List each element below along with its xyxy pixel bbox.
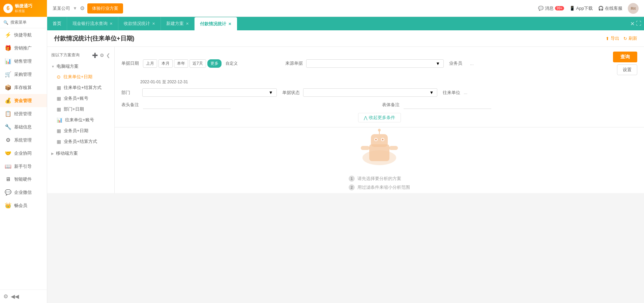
sidebar-item-marketing[interactable]: 🎁 营销推广 xyxy=(0,41,47,55)
service-icon: 🎧 xyxy=(598,6,604,11)
hint-item-2: 2 用过滤条件来缩小分析范围 xyxy=(349,184,410,190)
tab-receipt-label: 收款情况统计 xyxy=(124,21,150,27)
app-download-item[interactable]: 📱 App下载 xyxy=(569,5,593,11)
query-button[interactable]: 查询 xyxy=(613,52,637,62)
body-note-input[interactable] xyxy=(404,101,491,109)
trial-button[interactable]: 体验行业方案 xyxy=(87,3,123,13)
refresh-icon: ↻ xyxy=(623,36,627,41)
body-note-label: 表体备注 xyxy=(382,102,401,108)
tab-close-all-icon[interactable]: ✕ xyxy=(630,21,635,27)
tab-payment[interactable]: 付款情况统计 ✕ xyxy=(195,17,237,31)
sidebar-item-inventory[interactable]: 📦 库存核算 xyxy=(0,81,47,94)
schema-item-label: 业务员+结算方式 xyxy=(64,139,97,145)
sidebar-item-guide[interactable]: 📖 新手引导 xyxy=(0,160,47,173)
hint-item-1: 1 请先选择要分析的方案 xyxy=(349,176,410,182)
sidebar-item-sales[interactable]: 📊 销售管理 xyxy=(0,55,47,68)
sidebar-item-label: 企业协同 xyxy=(14,150,32,156)
dropdown-arrow-icon[interactable]: ▼ xyxy=(73,6,77,11)
tab-bank-close-icon[interactable]: ✕ xyxy=(110,22,113,26)
svg-point-8 xyxy=(378,129,381,131)
date-custom-label[interactable]: 自定义 xyxy=(223,60,240,67)
schema-item-dept-date[interactable]: ▦ 部门+日期 xyxy=(47,104,114,115)
search-menu[interactable]: 🔍 搜索菜单 xyxy=(0,17,47,28)
sidebar-item-finance[interactable]: 💰 资金管理 xyxy=(0,94,47,107)
tab-receipt-close-icon[interactable]: ✕ xyxy=(152,22,155,26)
collapse-label: 收起更多条件 xyxy=(369,115,395,121)
schema-item-partner-account[interactable]: 📊 往来单位+账号 xyxy=(47,115,114,125)
refresh-label: 刷新 xyxy=(628,35,637,41)
left-panel: 按以下方案查询 ➕ ⚙ ❮ ▼ 电脑端方案 ⊙ 往来单位+日期 xyxy=(47,47,115,193)
system-icon: ⚙ xyxy=(5,137,11,143)
body-note-filter: 表体备注 xyxy=(382,101,637,109)
sidebar-item-wechat[interactable]: 💬 企业微信 xyxy=(0,186,47,199)
sidebar-item-purchase[interactable]: 🛒 采购管理 xyxy=(0,68,47,81)
date-btn-last7[interactable]: 近7天 xyxy=(189,59,206,68)
marketing-icon: 🎁 xyxy=(5,45,11,51)
avatar[interactable]: Rit xyxy=(628,3,639,14)
bill-status-select[interactable]: ▼ xyxy=(303,88,438,97)
svg-point-6 xyxy=(382,139,384,141)
tab-payment-close-icon[interactable]: ✕ xyxy=(228,22,231,26)
sidebar-item-quick-nav[interactable]: ⚡ 快捷导航 xyxy=(0,28,47,41)
date-btn-this-year[interactable]: 本年 xyxy=(174,59,188,68)
sidebar: 6 畅捷通巧 标准版 🔍 搜索菜单 ⚡ 快捷导航 🎁 营销推广 📊 销售管理 🛒… xyxy=(0,0,47,303)
add-schema-icon[interactable]: ➕ xyxy=(92,53,98,58)
collapse-row: ⋀ 收起更多条件 xyxy=(121,113,637,122)
source-filter: 来源单据 ▼ xyxy=(285,59,444,68)
header-note-input[interactable] xyxy=(143,101,231,109)
tab-home[interactable]: 首页 xyxy=(47,17,67,30)
tab-receipt[interactable]: 收款情况统计 ✕ xyxy=(118,17,161,30)
sidebar-item-operations[interactable]: 📋 经营管理 xyxy=(0,107,47,120)
schema-settings-icon[interactable]: ⚙ xyxy=(100,53,104,58)
tab-new-plan[interactable]: 新建方案 ✕ xyxy=(161,17,195,30)
schema-item-icon-7: ▦ xyxy=(57,139,61,144)
collapse-button[interactable]: ⋀ 收起更多条件 xyxy=(358,113,401,122)
sidebar-item-basic[interactable]: 🔧 基础信息 xyxy=(0,120,47,133)
sidebar-item-hardware[interactable]: 🖥 智能硬件 xyxy=(0,173,47,186)
sidebar-item-enterprise[interactable]: 🤝 企业协同 xyxy=(0,147,47,160)
messages-badge: 99+ xyxy=(555,6,564,10)
schema-item-partner-date[interactable]: ⊙ 往来单位+日期 xyxy=(47,71,114,82)
filter-panel: 单据日期 上月 本月 本年 近7天 更多 自定义 来源单据 xyxy=(115,47,644,127)
tab-expand-icon[interactable]: ⛶ xyxy=(636,21,641,27)
settings-icon[interactable]: ⚙ xyxy=(80,5,85,11)
robot-illustration xyxy=(352,127,406,168)
settings-gear-icon[interactable]: ⚙ xyxy=(3,293,8,300)
tab-new-plan-close-icon[interactable]: ✕ xyxy=(186,22,189,26)
svg-rect-9 xyxy=(361,146,370,150)
schema-item-icon-4: ▦ xyxy=(57,107,61,112)
collapse-sidebar-icon[interactable]: ◀◀ xyxy=(11,293,19,300)
schema-section-mobile-header[interactable]: ▶ 移动端方案 xyxy=(47,148,114,158)
section-label: 移动端方案 xyxy=(56,150,78,156)
dept-filter: 部门 ▼ xyxy=(121,88,277,97)
sidebar-item-member[interactable]: 👑 畅会员 xyxy=(0,199,47,212)
schema-section-desktop-header[interactable]: ▼ 电脑端方案 xyxy=(47,61,114,71)
source-select[interactable]: ▼ xyxy=(306,59,444,68)
schema-item-salesman-settle[interactable]: ▦ 业务员+结算方式 xyxy=(47,136,114,147)
schema-item-icon-5: 📊 xyxy=(57,117,62,123)
settings-button[interactable]: 设置 xyxy=(617,64,637,75)
sidebar-item-label: 畅会员 xyxy=(14,203,27,209)
online-service-item[interactable]: 🎧 在线客服 xyxy=(598,5,622,11)
date-btn-more[interactable]: 更多 xyxy=(207,59,222,68)
date-btn-last-month[interactable]: 上月 xyxy=(143,59,157,68)
sidebar-item-system[interactable]: ⚙ 系统管理 xyxy=(0,133,47,147)
date-label: 单据日期 xyxy=(121,60,140,66)
svg-point-5 xyxy=(375,139,377,141)
schema-item-salesman-date[interactable]: ▦ 业务员+日期 xyxy=(47,125,114,136)
messages-item[interactable]: 💬 消息 99+ xyxy=(538,5,564,11)
tab-bank[interactable]: 现金银行流水查询 ✕ xyxy=(67,17,118,30)
partner-filter: 往来单位 ... xyxy=(443,90,598,96)
hint-text-2: 用过滤条件来缩小分析范围 xyxy=(357,184,410,190)
query-actions: 查询 设置 xyxy=(613,52,637,75)
tab-bank-label: 现金银行流水查询 xyxy=(72,21,108,27)
schema-item-partner-settle[interactable]: ▦ 往来单位+结算方式 xyxy=(47,82,114,93)
refresh-action[interactable]: ↻ 刷新 xyxy=(623,35,637,41)
section-label: 电脑端方案 xyxy=(57,63,79,69)
collapse-left-icon[interactable]: ❮ xyxy=(106,53,110,58)
company-name: 某某公司 xyxy=(53,5,70,11)
export-action[interactable]: ⬆ 导出 xyxy=(606,35,619,41)
date-btn-this-month[interactable]: 本月 xyxy=(158,59,173,68)
schema-item-salesman-account[interactable]: ▦ 业务员+账号 xyxy=(47,93,114,104)
dept-select[interactable]: ▼ xyxy=(142,88,277,97)
